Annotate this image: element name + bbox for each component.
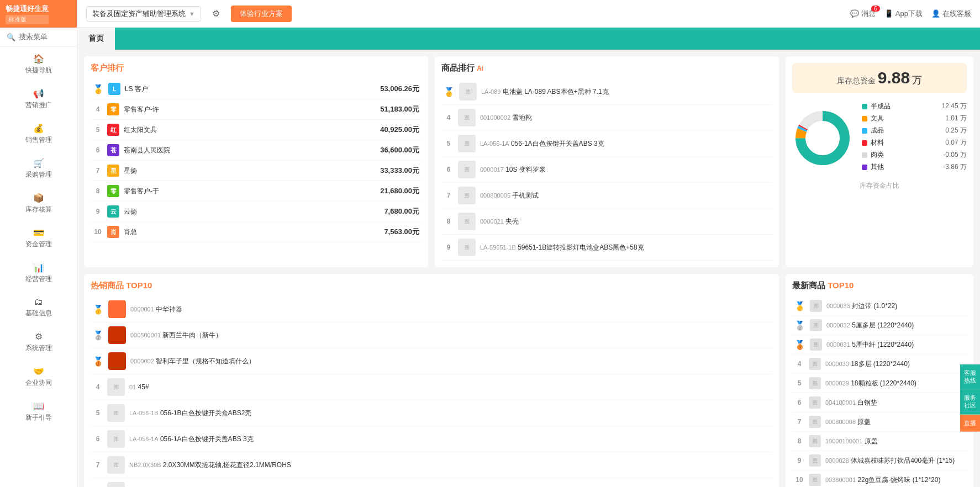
- product-info: 003800001 22g鱼豆腐-烧烤味 (1*12*20): [825, 475, 965, 485]
- rank-number: 10: [794, 476, 804, 484]
- sidebar-item-system[interactable]: ⚙ 系统管理: [0, 325, 77, 359]
- list-item: 5 图 0000029 18颗粒板 (1220*2440): [792, 374, 967, 393]
- search-icon: 🔍: [7, 33, 15, 41]
- online-service-button[interactable]: 👤 在线客服: [931, 9, 971, 19]
- customer-name: 红太阳文具: [124, 125, 376, 135]
- customer-service-button[interactable]: 客服热线: [960, 364, 980, 390]
- legend-value: 0.07 万: [945, 138, 967, 147]
- sidebar-item-inventory[interactable]: 📦 库存核算: [0, 186, 77, 221]
- product-info: 01 45#: [129, 383, 770, 391]
- product-image: 图: [458, 213, 476, 230]
- list-item: 5 图 LA-056-1B 056-1B白色按键开关盒ABS2壳: [91, 400, 772, 426]
- tab-home[interactable]: 首页: [77, 28, 115, 50]
- customer-ranking-list: 🥇 L LS 客户 53,006.26元 4 零 零售客户-许 51,183.0…: [91, 79, 421, 242]
- medal-icon: 🥉: [794, 340, 805, 350]
- legend-label: 成品: [871, 126, 942, 135]
- product-info: 004100001 白钢垫: [825, 398, 965, 407]
- main-area: 装备及固定资产辅助管理系统 ▼ ⚙ 体验行业方案 💬 消息 6 📱 App下载 …: [77, 0, 980, 487]
- app-download-button[interactable]: 📱 App下载: [884, 9, 923, 19]
- system-icon: ⚙: [35, 331, 43, 342]
- sidebar: 畅捷通好生意 标准版 🔍 搜索菜单 🏠 快捷导航 📢 营销推广 💰 销售管理 🛒…: [0, 0, 77, 487]
- legend-item: 半成品 12.45 万: [862, 102, 967, 111]
- search-menu[interactable]: 🔍 搜索菜单: [0, 28, 77, 47]
- list-item: 6 图 004100001 白钢垫: [792, 393, 967, 412]
- live-button[interactable]: 直播: [960, 415, 980, 432]
- customer-badge: 红: [107, 124, 119, 136]
- sidebar-item-management[interactable]: 📊 经营管理: [0, 256, 77, 290]
- rank-number: 7: [93, 461, 103, 469]
- top-bar: 装备及固定资产辅助管理系统 ▼ ⚙ 体验行业方案 💬 消息 6 📱 App下载 …: [77, 0, 980, 28]
- sidebar-item-label: 系统管理: [25, 343, 52, 353]
- rank-number: 5: [93, 409, 103, 417]
- sidebar-item-label: 库存核算: [25, 205, 52, 214]
- product-image: 图: [107, 482, 125, 487]
- sidebar-item-basic-info[interactable]: 🗂 基础信息: [0, 290, 77, 325]
- rank-number: 7: [794, 418, 804, 426]
- inventory-total: 库存总资金 9.88 万: [798, 68, 961, 87]
- message-button[interactable]: 💬 消息 6: [850, 9, 876, 19]
- product-ranking-panel: 商品排行 Ai 🥇 图 LA-089 电池盖 LA-089 ABS本色+黑种 7…: [435, 56, 779, 267]
- sidebar-item-marketing[interactable]: 📢 营销推广: [0, 82, 77, 117]
- online-service-label: 在线客服: [942, 9, 971, 19]
- top-right-actions: 💬 消息 6 📱 App下载 👤 在线客服: [850, 9, 971, 19]
- sidebar-item-label: 营销推广: [25, 100, 52, 110]
- rank-number: 7: [93, 167, 103, 174]
- product-icon: 图: [809, 416, 821, 428]
- trial-button[interactable]: 体验行业方案: [231, 6, 292, 22]
- legend-item: 成品 0.25 万: [862, 126, 967, 135]
- system-selector[interactable]: 装备及固定资产辅助管理系统 ▼: [86, 6, 201, 22]
- sidebar-item-finance[interactable]: 💳 资金管理: [0, 221, 77, 256]
- product-image: 图: [107, 456, 125, 474]
- sidebar-item-guide[interactable]: 📖 新手引导: [0, 394, 77, 429]
- legend-dot: [862, 116, 867, 121]
- rank-number: 7: [444, 192, 454, 199]
- customer-name: 零售客户-于: [124, 187, 376, 196]
- sidebar-item-sales[interactable]: 💰 销售管理: [0, 117, 77, 151]
- product-info: 000800005 手机测试: [480, 191, 770, 200]
- donut-chart: [792, 108, 853, 168]
- settings-button[interactable]: ⚙: [208, 6, 224, 22]
- legend-label: 肉类: [871, 150, 940, 160]
- list-item: 6 图 LA-056-1A 056-1A白色按键开关盖ABS 3克: [91, 426, 772, 452]
- service-icon: 👤: [931, 9, 940, 18]
- service-community-button[interactable]: 服务社区: [960, 389, 980, 415]
- product-image: 图: [458, 135, 476, 152]
- product-icon: 图: [809, 358, 821, 370]
- list-item: 9 图 0000028 体城嘉枝味苏打饮品400毫升 (1*15): [792, 451, 967, 470]
- rank-number: 9: [444, 244, 454, 251]
- rank-number: 8: [93, 187, 103, 195]
- sidebar-item-corp[interactable]: 🤝 企业协同: [0, 359, 77, 394]
- list-item: 🥇 0000001 中华神器: [91, 297, 772, 322]
- product-info: 0000032 5厘多层 (1220*2440): [826, 321, 965, 330]
- customer-value: 51,183.00元: [380, 104, 419, 114]
- product-info: 0000029 18颗粒板 (1220*2440): [825, 379, 965, 388]
- product-info: 10000100001 原盖: [825, 437, 965, 446]
- app-name: 畅捷通好生意: [6, 4, 49, 14]
- list-item: 8 零 零售客户-于 21,680.00元: [91, 181, 421, 202]
- product-image: [108, 326, 126, 344]
- product-image: 图: [458, 239, 476, 256]
- legend-item: 肉类 -0.05 万: [862, 150, 967, 160]
- list-item: 9 图 LA-59651-1B 59651-1B旋转投影灯电池盒ABS黑色+58…: [441, 235, 772, 261]
- rank-number: 6: [444, 166, 454, 173]
- product-info: 0000033 封边带 (1.0*22): [826, 301, 965, 311]
- customer-badge: 苍: [107, 144, 119, 156]
- inventory-total-label: 库存总资金: [837, 76, 876, 85]
- product-info: 0000028 体城嘉枝味苏打饮品400毫升 (1*15): [825, 456, 965, 465]
- inventory-total-value: 9.88: [878, 68, 910, 87]
- customer-value: 40,925.00元: [380, 125, 419, 135]
- list-item: 6 图 0000017 10S 变料罗浆: [441, 157, 772, 183]
- list-item: 8 图 10000100001 原盖: [792, 432, 967, 451]
- sidebar-item-label: 经营管理: [25, 274, 52, 284]
- scroll-content: 客户排行 🥇 L LS 客户 53,006.26元 4 零 零售客户-许 51,…: [77, 50, 980, 487]
- legend-label: 其他: [871, 162, 940, 172]
- sidebar-item-quick-nav[interactable]: 🏠 快捷导航: [0, 47, 77, 82]
- product-info: LA-056-1A 056-1A白色按键开关盖ABS 3克: [129, 435, 770, 444]
- sidebar-item-purchase[interactable]: 🛒 采购管理: [0, 151, 77, 186]
- list-item: 7 图 NB2.0X30B 2.0X30MM双搓花轴,搓花直径2.1MM/ROH…: [91, 452, 772, 478]
- sidebar-logo: 畅捷通好生意 标准版: [0, 0, 77, 28]
- inventory-footer: 库存资金占比: [792, 179, 967, 190]
- sales-icon: 💰: [33, 123, 44, 134]
- list-item: 4 图 0000030 18多层 (1220*2440): [792, 354, 967, 374]
- product-ranking-title: 商品排行 Ai: [441, 63, 772, 73]
